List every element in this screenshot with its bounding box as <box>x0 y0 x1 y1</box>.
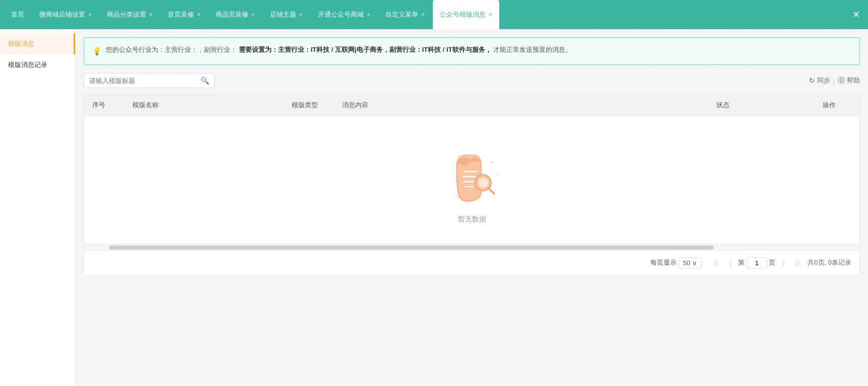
search-icon[interactable]: 🔍 <box>201 76 209 85</box>
tab-home[interactable]: 首页 <box>4 0 31 29</box>
tab-label: 公众号模版消息 <box>440 10 486 19</box>
sync-button[interactable]: ↻ 同步 <box>809 76 830 85</box>
notice-text-after: 才能正常发送预置的消息。 <box>493 46 572 53</box>
notice-box: 💡 您的公众号行业为：主营行业：，副营行业： 需要设置为：主营行业：IT科技 /… <box>84 37 860 65</box>
page-unit: 页 <box>769 258 775 267</box>
divider: | <box>833 77 835 85</box>
svg-point-6 <box>478 178 488 188</box>
empty-text: 暂无数据 <box>458 215 486 224</box>
notice-icon: 💡 <box>92 45 102 57</box>
empty-illustration: ✦ ✦ ✦ <box>442 146 502 207</box>
notice-text-before: 您的公众号行业为：主营行业：，副营行业： <box>106 46 237 53</box>
th-action: 操作 <box>799 95 859 116</box>
total-info: 共0页, 0条记录 <box>808 258 851 267</box>
last-page-button[interactable]: ⟩⟩ <box>791 257 804 269</box>
sync-label: 同步 <box>817 76 830 85</box>
svg-text:✦: ✦ <box>490 160 494 165</box>
tab-shop-theme[interactable]: 店铺主题× <box>263 0 310 29</box>
tab-bar: 首页微商城店铺设置×商品分类设置×首页装修×商品页装修×店铺主题×开通公众号商城… <box>0 0 868 29</box>
th-name: 模版名称 <box>124 95 284 116</box>
tab-home-decoration[interactable]: 首页装修× <box>161 0 208 29</box>
help-button[interactable]: ⓪ 帮助 <box>838 76 860 85</box>
tab-custom-menu[interactable]: 自定义菜单× <box>378 0 432 29</box>
svg-line-7 <box>489 188 494 194</box>
first-page-button[interactable]: ⟨⟨ <box>710 257 722 269</box>
tab-close-product-category[interactable]: × <box>149 11 153 18</box>
notice-text: 您的公众号行业为：主营行业：，副营行业： 需要设置为：主营行业：IT科技 / 互… <box>106 45 572 55</box>
sidebar-item-template-msg[interactable]: 模版消息 <box>0 33 75 54</box>
main-layout: 模版消息模版消息记录 💡 您的公众号行业为：主营行业：，副营行业： 需要设置为：… <box>0 29 868 386</box>
tab-label: 自定义菜单 <box>385 10 418 19</box>
tab-label: 店铺主题 <box>270 10 296 19</box>
page-nav: ⟨⟨ ⟨ 第 页 ⟩ ⟩⟩ <box>710 257 804 269</box>
tab-label: 首页装修 <box>168 10 194 19</box>
svg-text:✦: ✦ <box>452 171 455 175</box>
search-bar: 🔍 ↻ 同步 | ⓪ 帮助 <box>84 73 860 88</box>
tab-close-open-mall[interactable]: × <box>367 11 370 18</box>
help-icon: ⓪ <box>838 76 845 85</box>
page-size-dropdown[interactable]: 50 ∨ <box>679 257 702 269</box>
th-seq: 序号 <box>84 95 124 116</box>
close-window-button[interactable]: ✕ <box>848 9 864 20</box>
toolbar-right: ↻ 同步 | ⓪ 帮助 <box>809 76 860 85</box>
svg-text:✦: ✦ <box>496 172 500 177</box>
tab-close-home-decoration[interactable]: × <box>197 11 201 18</box>
tab-open-mall[interactable]: 开通公众号商城× <box>311 0 377 29</box>
tab-close-micro-shop[interactable]: × <box>88 11 92 18</box>
tab-label: 商品页装修 <box>216 10 248 19</box>
th-content: 消息内容 <box>334 95 708 116</box>
table-header: 序号 模版名称 模版类型 消息内容 状态 操作 <box>84 95 859 116</box>
sync-icon: ↻ <box>809 76 815 85</box>
tab-product-decoration[interactable]: 商品页装修× <box>209 0 262 29</box>
chevron-down-icon: ∨ <box>692 259 697 267</box>
tab-template-msg[interactable]: 公众号模版消息× <box>433 0 499 29</box>
search-input-wrap: 🔍 <box>84 73 215 88</box>
empty-state: ✦ ✦ ✦ 暂无数据 <box>84 116 859 244</box>
tab-label: 商品分类设置 <box>107 10 146 19</box>
page-size-label: 每页显示 <box>650 258 677 267</box>
tab-close-product-decoration[interactable]: × <box>251 11 255 18</box>
next-page-button[interactable]: ⟩ <box>777 257 789 269</box>
pagination: 每页显示 50 ∨ ⟨⟨ ⟨ 第 页 ⟩ ⟩⟩ 共0页, 0条记录 <box>84 250 859 275</box>
prev-page-button[interactable]: ⟨ <box>724 257 736 269</box>
tab-label: 开通公众号商城 <box>318 10 364 19</box>
tab-label: 微商城店铺设置 <box>39 10 85 19</box>
tab-close-custom-menu[interactable]: × <box>421 11 425 18</box>
page-size-value: 50 <box>683 259 690 267</box>
sidebar-item-template-record[interactable]: 模版消息记录 <box>0 54 75 75</box>
help-label: 帮助 <box>847 76 860 85</box>
th-status: 状态 <box>708 95 799 116</box>
tab-micro-shop[interactable]: 微商城店铺设置× <box>32 0 99 29</box>
page-size-select: 每页显示 50 ∨ <box>650 257 702 269</box>
notice-highlight: 需要设置为：主营行业：IT科技 / 互联网|电子商务，副营行业：IT科技 / I… <box>239 46 492 53</box>
th-type: 模版类型 <box>284 95 334 116</box>
tab-close-template-msg[interactable]: × <box>489 11 492 18</box>
scrollbar-thumb[interactable] <box>109 246 714 250</box>
tab-label: 首页 <box>11 10 24 19</box>
sidebar: 模版消息模版消息记录 <box>0 29 76 386</box>
page-number-input[interactable] <box>747 257 767 269</box>
content-area: 💡 您的公众号行业为：主营行业：，副营行业： 需要设置为：主营行业：IT科技 /… <box>76 29 868 386</box>
tab-product-category[interactable]: 商品分类设置× <box>100 0 160 29</box>
page-label-di: 第 <box>738 258 745 267</box>
data-table: 序号 模版名称 模版类型 消息内容 状态 操作 <box>84 94 860 275</box>
tab-close-shop-theme[interactable]: × <box>299 11 303 18</box>
search-input[interactable] <box>89 77 197 85</box>
horizontal-scrollbar[interactable] <box>84 244 859 250</box>
